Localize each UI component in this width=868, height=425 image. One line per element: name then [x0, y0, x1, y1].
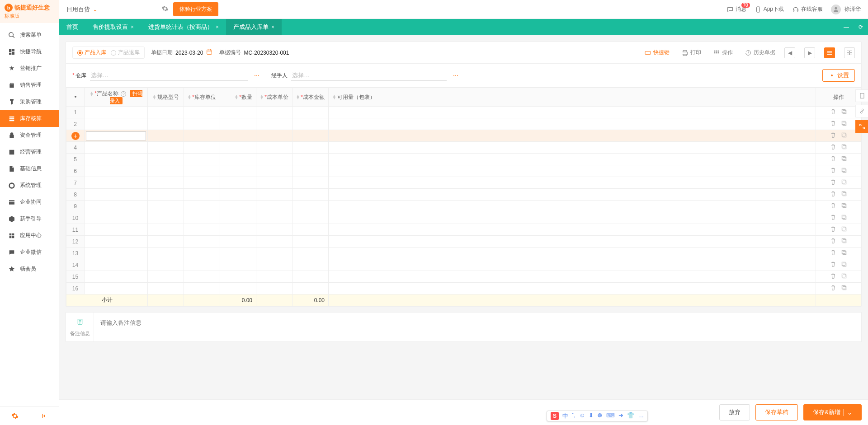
- add-row-button[interactable]: +: [71, 132, 80, 140]
- app-download-link[interactable]: App下载: [755, 5, 784, 13]
- copy-row-button[interactable]: [840, 284, 848, 291]
- col-qty[interactable]: ▲▼*数量: [220, 88, 256, 107]
- warehouse-picker-button[interactable]: ⋯: [251, 72, 262, 79]
- delete-row-button[interactable]: [830, 284, 837, 291]
- sidebar-item-12[interactable]: 应用中心: [0, 227, 59, 244]
- tab-close-icon[interactable]: ×: [271, 24, 274, 30]
- delete-row-button[interactable]: [830, 167, 837, 174]
- table-row[interactable]: 5: [66, 154, 861, 165]
- col-unit[interactable]: ▲▼*库存单位: [184, 88, 220, 107]
- sidebar-settings-button[interactable]: [0, 407, 29, 425]
- delete-row-button[interactable]: [830, 249, 837, 256]
- product-name-input[interactable]: [86, 131, 146, 140]
- sidebar-item-2[interactable]: 营销推广: [0, 60, 59, 77]
- tab-2[interactable]: 进货单统计表（按商品）×: [141, 19, 226, 35]
- handler-picker-button[interactable]: ⋯: [450, 72, 461, 79]
- copy-row-button[interactable]: [840, 214, 848, 221]
- ime-toolbar[interactable]: S 中ˇ,☺⬇☸⌨➜👕…: [547, 411, 648, 421]
- table-row[interactable]: 9: [66, 201, 861, 212]
- radio-product-in[interactable]: 产品入库: [77, 49, 106, 56]
- delete-row-button[interactable]: [830, 108, 837, 115]
- ime-item[interactable]: ⬇: [589, 412, 594, 420]
- tab-close-icon[interactable]: ×: [216, 24, 219, 30]
- col-product[interactable]: ▲▼*产品名称 ? 扫码录入: [85, 88, 148, 107]
- next-doc-button[interactable]: ▶: [804, 47, 815, 58]
- sidebar-item-11[interactable]: 新手引导: [0, 210, 59, 227]
- form-settings-button[interactable]: 设置: [822, 69, 855, 82]
- delete-row-button[interactable]: [830, 261, 837, 268]
- delete-row-button[interactable]: [830, 155, 837, 162]
- calendar-icon[interactable]: [206, 48, 213, 57]
- shortcut-link[interactable]: 快捷键: [644, 49, 670, 56]
- delete-row-button[interactable]: [830, 214, 837, 221]
- history-link[interactable]: 历史单据: [745, 49, 775, 56]
- sidebar-item-0[interactable]: 搜索菜单: [0, 27, 59, 43]
- rail-attach-button[interactable]: [855, 105, 868, 117]
- sidebar-item-10[interactable]: 企业协同: [0, 194, 59, 210]
- ime-item[interactable]: ˇ,: [572, 412, 576, 420]
- copy-row-button[interactable]: [840, 202, 848, 209]
- ime-item[interactable]: ☺: [579, 412, 585, 420]
- operate-link[interactable]: 操作: [713, 49, 733, 56]
- tab-refresh-button[interactable]: ⟳: [854, 19, 868, 35]
- table-row[interactable]: 4: [66, 142, 861, 154]
- col-available[interactable]: ▲▼可用量（包装）: [329, 88, 816, 107]
- delete-row-button[interactable]: [830, 272, 837, 280]
- store-settings-button[interactable]: [161, 5, 169, 14]
- tab-close-icon[interactable]: ×: [131, 24, 134, 30]
- print-link[interactable]: 打印: [681, 49, 701, 56]
- experience-plan-button[interactable]: 体验行业方案: [173, 2, 218, 16]
- col-spec[interactable]: ▲▼规格型号: [148, 88, 184, 107]
- save-and-new-button[interactable]: 保存&新增 ⌄: [803, 404, 862, 420]
- help-icon[interactable]: ?: [121, 91, 126, 97]
- tab-minimize-button[interactable]: ―: [839, 19, 854, 35]
- delete-row-button[interactable]: [830, 202, 837, 209]
- col-price[interactable]: ▲▼*成本单价: [256, 88, 292, 107]
- ime-item[interactable]: ➜: [618, 412, 623, 420]
- rail-expand-button[interactable]: [855, 120, 868, 133]
- tab-0[interactable]: 首页: [59, 19, 85, 35]
- table-row[interactable]: 1: [66, 107, 861, 118]
- tab-3[interactable]: 产成品入库单×: [226, 19, 282, 35]
- copy-row-button[interactable]: [840, 190, 848, 197]
- sidebar-item-1[interactable]: 快捷导航: [0, 43, 59, 60]
- sidebar-item-8[interactable]: 基础信息: [0, 160, 59, 177]
- online-service-link[interactable]: 在线客服: [792, 5, 823, 13]
- copy-row-button[interactable]: [840, 120, 848, 127]
- delete-row-button[interactable]: [830, 143, 837, 150]
- ime-item[interactable]: ⌨: [606, 412, 615, 420]
- sidebar-item-3[interactable]: 销售管理: [0, 77, 59, 93]
- copy-row-button[interactable]: [840, 272, 848, 280]
- sidebar-item-9[interactable]: 系统管理: [0, 177, 59, 194]
- sidebar-collapse-button[interactable]: [29, 407, 59, 425]
- table-row[interactable]: 10: [66, 212, 861, 224]
- ime-item[interactable]: …: [638, 412, 644, 420]
- delete-row-button[interactable]: [830, 237, 837, 244]
- messages-link[interactable]: 消息 70: [726, 5, 746, 13]
- ime-item[interactable]: 👕: [627, 412, 634, 420]
- doc-date-value[interactable]: 2023-03-20: [175, 50, 203, 56]
- tab-1[interactable]: 售价提取设置×: [85, 19, 141, 35]
- copy-row-button[interactable]: [840, 225, 848, 233]
- table-row[interactable]: 13: [66, 248, 861, 259]
- sidebar-item-4[interactable]: 采购管理: [0, 93, 59, 110]
- delete-row-button[interactable]: [830, 120, 837, 127]
- table-row[interactable]: 12: [66, 236, 861, 248]
- delete-row-button[interactable]: [830, 190, 837, 197]
- sidebar-item-6[interactable]: 资金管理: [0, 127, 59, 144]
- table-row[interactable]: +: [66, 130, 861, 142]
- copy-row-button[interactable]: [840, 143, 848, 150]
- user-menu[interactable]: 徐泽华: [831, 5, 861, 14]
- remark-input[interactable]: [94, 313, 861, 341]
- table-row[interactable]: 6: [66, 165, 861, 177]
- view-list-button[interactable]: [824, 47, 835, 58]
- prev-doc-button[interactable]: ◀: [784, 47, 795, 58]
- table-row[interactable]: 11: [66, 224, 861, 236]
- radio-product-out[interactable]: 产品退库: [111, 49, 140, 56]
- table-row[interactable]: 15: [66, 271, 861, 283]
- copy-row-button[interactable]: [840, 237, 848, 244]
- discard-button[interactable]: 放弃: [719, 404, 750, 420]
- table-row[interactable]: 14: [66, 259, 861, 271]
- delete-row-button[interactable]: [830, 225, 837, 233]
- copy-row-button[interactable]: [840, 108, 848, 115]
